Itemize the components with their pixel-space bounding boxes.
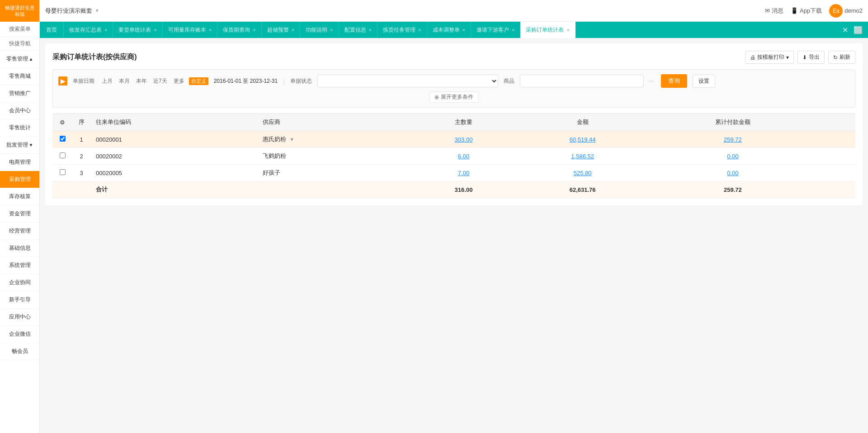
tab-recv-send[interactable]: 收发存汇总表 × bbox=[64, 22, 113, 38]
sidebar-item-retail-shop[interactable]: 零售商城 bbox=[0, 68, 39, 85]
date-shortcut-this-year[interactable]: 本年 bbox=[134, 77, 149, 86]
table-row[interactable]: 1 00020001 惠氏奶粉 ▼ 303.00 60,519.44 259.7… bbox=[52, 131, 855, 148]
export-button[interactable]: ⬇ 导出 bbox=[797, 51, 825, 64]
tab-order-stats[interactable]: 要货单统计表 × bbox=[113, 22, 162, 38]
tab-close-icon[interactable]: × bbox=[104, 28, 107, 33]
row-amount[interactable]: 60,519.44 bbox=[516, 131, 650, 148]
query-button[interactable]: 查询 bbox=[661, 74, 687, 88]
data-table: ⚙ 序 往来单位编码 供应商 主数量 金额 累计付款金额 1 bbox=[52, 113, 855, 198]
date-range-display: 2016-01-01 至 2023-12-31 bbox=[214, 77, 278, 85]
tab-overstock[interactable]: 超储预警 × bbox=[262, 22, 300, 38]
sidebar-item-operations[interactable]: 经营管理 bbox=[0, 223, 39, 240]
sidebar-item-finance[interactable]: 资金管理 bbox=[0, 205, 39, 223]
tab-close-icon[interactable]: × bbox=[253, 28, 255, 33]
sidebar-item-inventory[interactable]: 库存核算 bbox=[0, 188, 39, 205]
row-checkbox[interactable] bbox=[52, 131, 72, 148]
sidebar-item-wholesale[interactable]: 批发管理 ▼ bbox=[0, 137, 39, 154]
tab-purchase-summary[interactable]: 采购订单统计表 × bbox=[520, 22, 575, 38]
tab-close-icon[interactable]: × bbox=[330, 28, 333, 33]
sidebar-item-retail[interactable]: 零售管理 ▲ bbox=[0, 51, 39, 68]
tab-close-icon[interactable]: × bbox=[418, 28, 421, 33]
sidebar-shortcut[interactable]: 快捷导航 bbox=[0, 37, 39, 51]
print-button[interactable]: 🖨 按模板打印 ▾ bbox=[745, 51, 794, 64]
tab-close-icon[interactable]: × bbox=[292, 28, 294, 33]
tab-invite-customer[interactable]: 邀请下游客户 × bbox=[471, 22, 520, 38]
tab-pick-task[interactable]: 拣货任务管理 × bbox=[377, 22, 427, 38]
sidebar-item-purchase[interactable]: 采购管理 bbox=[0, 171, 39, 188]
sidebar-item-newbie[interactable]: 新手引导 bbox=[0, 291, 39, 309]
expand-more-button[interactable]: ⊕ 展开更多条件 bbox=[429, 91, 478, 103]
expand-icon: ⊕ bbox=[434, 94, 439, 100]
app-logo-text: 畅捷通好生意 标版 bbox=[5, 5, 35, 18]
tab-maximize-btn[interactable]: ⬜ bbox=[852, 25, 864, 35]
sidebar-search[interactable]: 搜索菜单 bbox=[0, 22, 39, 37]
user-menu[interactable]: Ea demo2 bbox=[829, 4, 863, 18]
row-qty[interactable]: 6.00 bbox=[411, 148, 515, 165]
tab-close-icon[interactable]: × bbox=[566, 28, 569, 33]
page-title: 采购订单统计表(按供应商) bbox=[52, 52, 137, 62]
app-download-btn[interactable]: 📱 App下载 bbox=[791, 7, 822, 15]
sidebar-item-member[interactable]: 会员中心 bbox=[0, 102, 39, 119]
date-shortcut-this-month[interactable]: 本月 bbox=[117, 77, 132, 86]
date-custom-badge: 自定义 bbox=[189, 77, 208, 85]
column-settings-icon[interactable]: ⚙ bbox=[58, 118, 67, 127]
refresh-button[interactable]: ↻ 刷新 bbox=[828, 51, 855, 64]
row-paid-amount[interactable]: 0.00 bbox=[650, 165, 816, 181]
settings-button[interactable]: 设置 bbox=[693, 75, 715, 88]
sidebar-item-ecommerce[interactable]: 电商管理 bbox=[0, 154, 39, 171]
goods-input[interactable] bbox=[520, 75, 644, 87]
avatar: Ea bbox=[829, 4, 843, 18]
app-logo: 畅捷通好生意 标版 bbox=[0, 0, 39, 22]
message-btn[interactable]: ✉ 消息 bbox=[765, 7, 783, 15]
filter-toggle-btn[interactable]: ▶ bbox=[58, 76, 67, 86]
row-paid-amount[interactable]: 259.72 bbox=[650, 131, 816, 148]
tab-inventory-book[interactable]: 可用量库存账本 × bbox=[163, 22, 217, 38]
date-shortcut-last-month[interactable]: 上月 bbox=[100, 77, 114, 86]
sidebar-item-retail-stats[interactable]: 零售统计 bbox=[0, 119, 39, 137]
expand-arrow-icon[interactable]: ▼ bbox=[289, 137, 294, 142]
sidebar-item-wechat[interactable]: 企业微信 bbox=[0, 326, 39, 343]
row-supplier-name: 好孩子 bbox=[257, 165, 412, 181]
date-shortcut-more[interactable]: 更多 bbox=[172, 77, 186, 86]
sidebar-item-vip[interactable]: 畅会员 bbox=[0, 343, 39, 360]
tab-func-desc[interactable]: 功能说明 × bbox=[300, 22, 339, 38]
col-extra bbox=[816, 114, 855, 131]
table-row[interactable]: 2 00020002 飞鹤奶粉 6.00 1,586.52 0.00 bbox=[52, 148, 855, 165]
tab-close-icon[interactable]: × bbox=[209, 28, 212, 33]
sidebar-item-basic[interactable]: 基础信息 bbox=[0, 240, 39, 257]
tab-close-icon[interactable]: × bbox=[512, 28, 514, 33]
row-qty[interactable]: 303.00 bbox=[411, 131, 515, 148]
row-paid-amount[interactable]: 0.00 bbox=[650, 148, 816, 165]
sidebar-item-marketing[interactable]: 营销推广 bbox=[0, 85, 39, 102]
tab-close-icon[interactable]: × bbox=[369, 28, 372, 33]
tab-close-icon[interactable]: × bbox=[154, 28, 156, 33]
tab-label: 收发存汇总表 bbox=[69, 26, 102, 34]
sidebar-item-enterprise[interactable]: 企业协同 bbox=[0, 274, 39, 291]
footer-amount: 62,631.76 bbox=[516, 181, 650, 198]
tab-cost-adjust[interactable]: 成本调整单 × bbox=[427, 22, 471, 38]
tab-close-icon[interactable]: × bbox=[462, 28, 465, 33]
row-checkbox-input[interactable] bbox=[60, 152, 66, 158]
tab-home[interactable]: 首页 bbox=[40, 22, 64, 38]
row-checkbox-input[interactable] bbox=[60, 136, 66, 142]
row-amount[interactable]: 525.80 bbox=[516, 165, 650, 181]
goods-more-btn[interactable]: ··· bbox=[647, 77, 656, 85]
sidebar-item-system[interactable]: 系统管理 bbox=[0, 257, 39, 274]
row-checkbox[interactable] bbox=[52, 148, 72, 165]
sidebar-item-appstore[interactable]: 应用中心 bbox=[0, 309, 39, 326]
tab-label: 保质期查询 bbox=[223, 26, 250, 34]
date-shortcut-7days[interactable]: 近7天 bbox=[151, 77, 169, 86]
row-amount[interactable]: 1,586.52 bbox=[516, 148, 650, 165]
row-supplier-code: 00020001 bbox=[90, 131, 257, 148]
row-qty[interactable]: 7.00 bbox=[411, 165, 515, 181]
table-row[interactable]: 3 00020005 好孩子 7.00 525.80 0.00 bbox=[52, 165, 855, 181]
tab-config[interactable]: 配置信息 × bbox=[339, 22, 377, 38]
status-select[interactable] bbox=[317, 75, 498, 87]
row-checkbox[interactable] bbox=[52, 165, 72, 181]
row-checkbox-input[interactable] bbox=[60, 169, 66, 175]
tab-expiry-query[interactable]: 保质期查询 × bbox=[217, 22, 261, 38]
row-extra bbox=[816, 148, 855, 165]
chevron-down-icon: ▼ bbox=[29, 143, 33, 148]
tab-close-all-btn[interactable]: ✕ bbox=[840, 25, 850, 35]
filter-row: ▶ 单据日期 上月 本月 本年 近7天 更多 自定义 2016-01-01 至 … bbox=[58, 74, 849, 88]
